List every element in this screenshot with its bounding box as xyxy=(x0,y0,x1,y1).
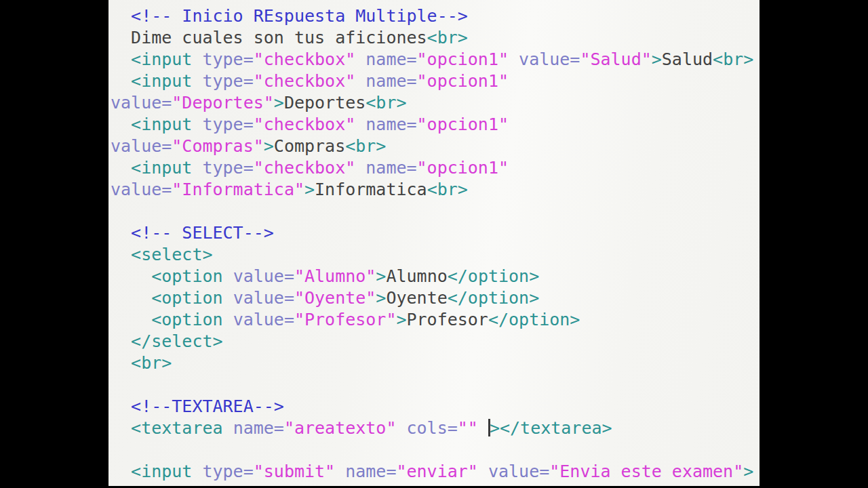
code-token-tag: <option xyxy=(111,266,233,286)
code-token-attr: type= xyxy=(202,158,253,178)
code-token-value: "opcion1" xyxy=(417,158,509,178)
code-line: <!-- Inicio REspuesta Multiple--> xyxy=(111,5,760,27)
code-token-attr: cols= xyxy=(396,418,457,438)
code-token-tag: > xyxy=(743,462,753,481)
code-line: <input type="checkbox" name="opcion1" xyxy=(111,114,760,136)
code-token-attr: name= xyxy=(355,49,416,69)
code-token-attr: value= xyxy=(233,288,294,308)
code-token-tag: > xyxy=(396,310,406,329)
letterbox-left xyxy=(0,0,108,488)
code-token-value: "Profesor" xyxy=(294,310,397,329)
code-token-text: Dime cuales son tus aficiones xyxy=(111,28,427,47)
code-token-value: "Envia este examen" xyxy=(549,462,743,481)
code-token-value: "checkbox" xyxy=(254,158,356,178)
code-token-attr: value= xyxy=(233,310,294,329)
code-editor-surface[interactable]: <!-- Inicio REspuesta Multiple--> Dime c… xyxy=(108,0,760,488)
code-token-attr: name= xyxy=(355,158,416,178)
code-token-value: "Compras" xyxy=(172,136,263,156)
code-token-attr: value= xyxy=(111,136,172,156)
code-token-value: "Deportes" xyxy=(172,93,274,113)
code-token-value: "areatexto" xyxy=(284,418,397,438)
code-lines: <!-- Inicio REspuesta Multiple--> Dime c… xyxy=(108,0,760,483)
code-token-attr: value= xyxy=(478,462,549,481)
video-frame: <!-- Inicio REspuesta Multiple--> Dime c… xyxy=(0,0,868,488)
code-token-value: "checkbox" xyxy=(254,49,356,69)
code-line: <input type="checkbox" name="opcion1" xyxy=(111,70,760,92)
code-token-tag: <br> xyxy=(427,180,468,199)
code-token-attr: value= xyxy=(509,49,580,69)
code-token-attr: name= xyxy=(335,462,396,481)
code-token-tag: > xyxy=(304,180,315,199)
code-token-attr: type= xyxy=(202,115,253,134)
code-token-attr: name= xyxy=(233,418,284,438)
code-token-value: "checkbox" xyxy=(254,71,356,91)
code-token-tag: </select> xyxy=(111,331,223,351)
code-line: <option value="Oyente">Oyente</option> xyxy=(111,287,760,309)
code-token-text: Alumno xyxy=(386,266,447,286)
code-token-tag: <input xyxy=(111,49,202,69)
code-line xyxy=(111,439,760,461)
code-token-value: "enviar" xyxy=(396,462,477,481)
code-token-tag: <input xyxy=(111,462,202,481)
code-token-value: "Oyente" xyxy=(294,288,376,308)
code-line: <option value="Profesor">Profesor</optio… xyxy=(111,309,760,331)
code-token-comment: <!--TEXTAREA--> xyxy=(111,396,284,416)
code-token-tag: </option> xyxy=(448,288,539,308)
code-token-tag: <br> xyxy=(366,93,406,113)
code-line: <input type="submit" name="enviar" value… xyxy=(111,461,760,483)
code-token-value: "opcion1" xyxy=(417,115,509,134)
code-token-value: "Salud" xyxy=(580,49,651,69)
code-token-comment: <!-- Inicio REspuesta Multiple--> xyxy=(111,6,468,26)
code-line: </select> xyxy=(111,331,760,352)
code-token-tag: <br> xyxy=(713,49,753,69)
code-token-text: Compras xyxy=(274,136,345,156)
code-token-value: "opcion1" xyxy=(417,49,509,69)
code-token-attr: name= xyxy=(355,115,416,134)
code-token-tag: <br> xyxy=(345,136,386,156)
code-line xyxy=(111,374,760,396)
code-line: <select> xyxy=(111,244,760,266)
code-token-value: "Informatica" xyxy=(172,180,304,199)
code-line: value="Deportes">Deportes<br> xyxy=(111,92,760,114)
code-line: <textarea name="areatexto" cols="" ></te… xyxy=(111,418,760,439)
code-token-text xyxy=(478,418,488,438)
code-token-attr: name= xyxy=(355,71,416,91)
code-token-tag: </option> xyxy=(488,310,580,329)
code-token-text: Deportes xyxy=(284,93,366,113)
letterbox-right xyxy=(760,0,868,488)
code-token-tag: <option xyxy=(111,310,233,329)
code-token-comment: <!-- SELECT--> xyxy=(111,223,274,243)
code-token-text: Salud xyxy=(662,49,713,69)
code-token-tag: > xyxy=(376,288,386,308)
code-token-value: "Alumno" xyxy=(294,266,376,286)
code-token-value: "" xyxy=(458,418,478,438)
code-token-text: Informatica xyxy=(315,180,427,199)
code-token-text: Profesor xyxy=(407,310,488,329)
code-token-tag: </option> xyxy=(448,266,539,286)
code-token-value: "checkbox" xyxy=(254,115,356,134)
code-line: <input type="checkbox" name="opcion1" xyxy=(111,157,760,179)
code-token-attr: value= xyxy=(233,266,294,286)
code-token-attr: type= xyxy=(202,462,253,481)
code-token-attr: type= xyxy=(202,49,253,69)
code-line: <option value="Alumno">Alumno</option> xyxy=(111,266,760,287)
code-token-tag: <input xyxy=(111,71,202,91)
code-token-text: Oyente xyxy=(386,288,447,308)
code-token-value: "submit" xyxy=(254,462,335,481)
code-line: value="Compras">Compras<br> xyxy=(111,136,760,157)
code-token-tag: > xyxy=(274,93,284,113)
code-line: <input type="checkbox" name="opcion1" va… xyxy=(111,49,760,70)
code-line: value="Informatica">Informatica<br> xyxy=(111,179,760,201)
code-token-value: "opcion1" xyxy=(417,71,509,91)
code-line: <br> xyxy=(111,352,760,374)
code-token-tag: <select> xyxy=(111,245,213,264)
code-line: <!-- SELECT--> xyxy=(111,222,760,244)
code-token-attr: type= xyxy=(202,71,253,91)
code-token-tag: > xyxy=(376,266,386,286)
code-token-tag: ></textarea> xyxy=(490,418,612,438)
code-token-attr: value= xyxy=(111,180,172,199)
code-token-tag: <input xyxy=(111,158,202,178)
code-token-tag: > xyxy=(652,49,662,69)
code-token-tag: <input xyxy=(111,115,202,134)
code-token-tag: > xyxy=(264,136,274,156)
